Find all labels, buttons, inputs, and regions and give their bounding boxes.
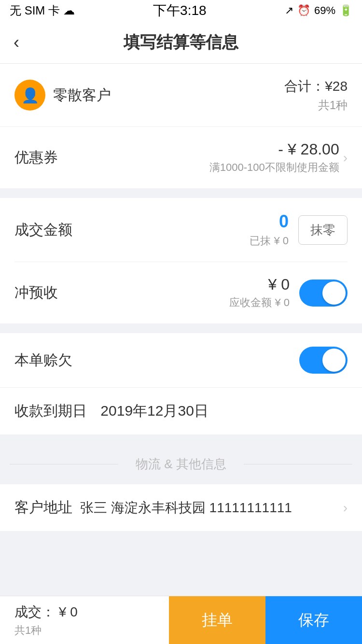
status-bar: 无 SIM 卡 ☁ 下午3:18 ↗ ⏰ 69% 🔋 [0,0,362,21]
back-button[interactable]: ‹ [14,32,19,53]
due-date-value: 2019年12月30日 [100,403,208,419]
customer-total: 合计：¥28 [284,77,348,96]
divider-line-left [10,464,118,464]
debt-section: 本单赊欠 收款到期日 2019年12月30日 [0,333,362,434]
address-label: 客户地址 [14,498,72,518]
charge-label: 冲预收 [14,283,58,303]
logistics-label: 物流 & 其他信息 [136,456,226,473]
battery-icon: 🔋 [339,4,352,17]
due-date-label: 收款到期日 [14,403,87,419]
address-row[interactable]: 客户地址 张三 海淀永丰科技园 11111111111 › [0,484,362,531]
bottom-count: 共1种 [14,623,154,638]
bottom-info: 成交： ¥ 0 共1种 [0,603,169,638]
amount-value-wrap: 0 已抹 ¥ 0 [250,211,289,248]
nav-bar: ‹ 填写结算等信息 [0,21,362,64]
main-content: 👤 零散客户 合计：¥28 共1种 优惠券 - ¥ 28.00 满1000-10… [0,64,362,589]
address-chevron-icon: › [343,500,348,516]
coupon-row[interactable]: 优惠券 - ¥ 28.00 满1000-100不限制使用金额 › [0,126,362,188]
status-left: 无 SIM 卡 ☁ [10,3,75,18]
toggle-knob [322,281,346,305]
pending-button[interactable]: 挂单 [169,596,265,644]
customer-total-area: 合计：¥28 共1种 [284,77,348,113]
charge-toggle[interactable] [299,280,348,307]
gap-3 [0,434,362,444]
transaction-amount-row: 成交金额 0 已抹 ¥ 0 抹零 [14,198,348,262]
alarm-icon: ⏰ [297,4,310,17]
page-title: 填写结算等信息 [124,31,238,54]
customer-info: 👤 零散客户 [14,80,111,111]
divider-line-right [244,464,352,464]
amount-label: 成交金额 [14,220,72,240]
coupon-amount: - ¥ 28.00 [209,140,339,158]
amount-value: 0 [250,211,289,232]
bottom-transaction-value: ¥ 0 [59,604,78,619]
charge-sub: 应收金额 ¥ 0 [229,295,290,310]
gap-2 [0,323,362,333]
coupon-desc: 满1000-100不限制使用金额 [209,160,339,175]
customer-row: 👤 零散客户 合计：¥28 共1种 [0,64,362,126]
debt-toggle-knob [322,349,346,372]
avatar: 👤 [14,80,45,111]
charge-amount: ¥ 0 [229,276,290,294]
debt-label: 本单赊欠 [14,350,72,370]
chevron-right-icon: › [343,150,348,166]
debt-row: 本单赊欠 [0,333,362,387]
customer-count: 共1种 [284,98,348,113]
location-icon: ↗ [285,4,293,17]
bottom-transaction: 成交： ¥ 0 [14,603,154,621]
customer-section: 👤 零散客户 合计：¥28 共1种 优惠券 - ¥ 28.00 满1000-10… [0,64,362,188]
amount-right: 0 已抹 ¥ 0 抹零 [250,211,348,248]
gap-1 [0,188,362,198]
avatar-icon: 👤 [21,87,39,104]
coupon-label: 优惠券 [14,148,58,168]
charge-row: 冲预收 ¥ 0 应收金额 ¥ 0 [14,262,348,323]
amount-sub: 已抹 ¥ 0 [250,234,289,248]
coupon-info: - ¥ 28.00 满1000-100不限制使用金额 [209,140,339,175]
transaction-section: 成交金额 0 已抹 ¥ 0 抹零 冲预收 ¥ 0 应收金额 ¥ 0 [0,198,362,323]
logistics-divider: 物流 & 其他信息 [0,444,362,484]
address-value: 张三 海淀永丰科技园 11111111111 [72,499,343,517]
battery-level: 69% [314,4,335,17]
charge-amount-wrap: ¥ 0 应收金额 ¥ 0 [229,276,290,310]
bottom-bar: 成交： ¥ 0 共1种 挂单 保存 [0,596,362,644]
sim-signal: 无 SIM 卡 ☁ [10,3,75,18]
save-button[interactable]: 保存 [265,596,362,644]
status-time: 下午3:18 [153,1,207,20]
status-right: ↗ ⏰ 69% 🔋 [285,4,352,17]
debt-toggle[interactable] [299,347,348,374]
due-date-row: 收款到期日 2019年12月30日 [0,387,362,434]
customer-name: 零散客户 [53,85,111,105]
round-button[interactable]: 抹零 [298,215,348,245]
charge-right: ¥ 0 应收金额 ¥ 0 [229,276,348,310]
bottom-transaction-label: 成交： [14,604,55,619]
